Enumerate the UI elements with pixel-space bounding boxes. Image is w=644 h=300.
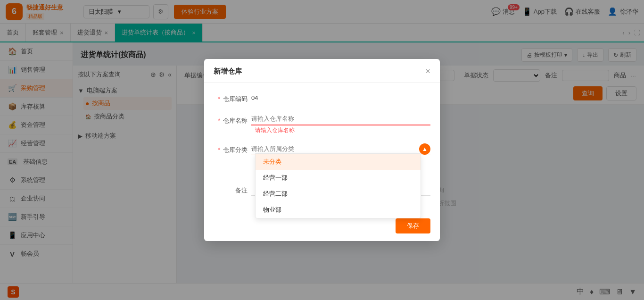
warehouse-name-row: * 仓库名称 请输入仓库名称 — [214, 113, 430, 134]
required-star-category: * — [218, 146, 220, 153]
remark-form-label: 备注 — [214, 183, 251, 195]
modal-title: 新增仓库 — [214, 67, 242, 76]
category-option-property[interactable]: 物业部 — [256, 202, 421, 218]
category-option-unclassified[interactable]: 未分类 — [256, 154, 421, 170]
warehouse-name-error: 请输入仓库名称 — [214, 126, 295, 134]
warehouse-code-input[interactable] — [251, 92, 430, 104]
category-option-dept1[interactable]: 经营一部 — [256, 170, 421, 186]
modal-body: * 仓库编码 * 仓库名称 请输入仓库名称 * — [204, 83, 440, 214]
warehouse-category-label: * 仓库分类 — [214, 143, 251, 154]
warehouse-name-inner: * 仓库名称 — [214, 113, 430, 125]
category-dropdown-list: 未分类 经营一部 经营二部 物业部 — [255, 153, 421, 218]
warehouse-code-label: * 仓库编码 — [214, 92, 251, 103]
warehouse-name-label: * 仓库名称 — [214, 114, 251, 125]
new-warehouse-modal: 新增仓库 × * 仓库编码 * 仓库名称 — [204, 59, 440, 241]
modal-header: 新增仓库 × — [204, 59, 440, 83]
required-star-code: * — [218, 95, 220, 102]
required-star-name: * — [218, 117, 220, 124]
modal-close-button[interactable]: × — [425, 67, 430, 76]
warehouse-category-row: * 仓库分类 ▲ 未分类 经营一部 经营二部 物业部 — [214, 143, 430, 155]
warehouse-name-input[interactable] — [251, 113, 430, 125]
save-button[interactable]: 保存 — [396, 218, 430, 233]
warehouse-code-row: * 仓库编码 — [214, 92, 430, 104]
category-option-dept2[interactable]: 经营二部 — [256, 186, 421, 202]
modal-backdrop: 新增仓库 × * 仓库编码 * 仓库名称 — [0, 0, 644, 300]
